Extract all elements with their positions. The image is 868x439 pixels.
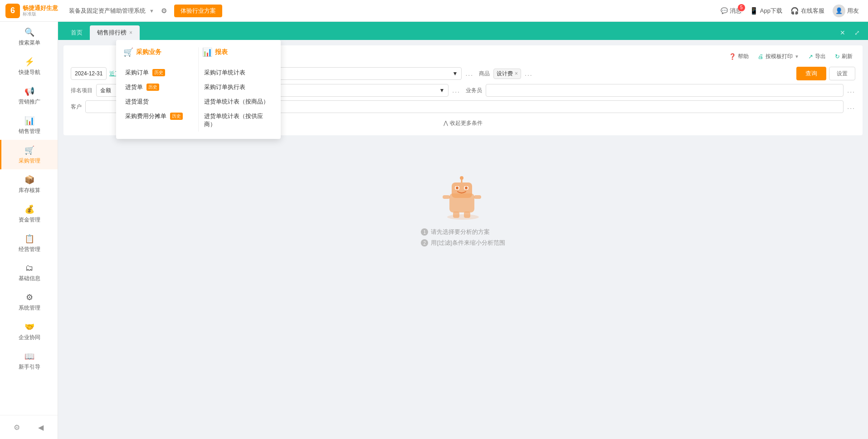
logo-area: 6 畅捷通好生意 标准版 — [5, 4, 63, 18]
sidebar-collapse-btn[interactable]: ◀ — [34, 420, 48, 434]
sidebar-label-quick-nav: 快捷导航 — [19, 69, 40, 76]
sidebar-item-operations[interactable]: 📋 经营管理 — [0, 228, 58, 258]
sidebar-item-collab[interactable]: 🤝 企业协同 — [0, 316, 58, 346]
rank-value: 金额 — [100, 87, 111, 94]
date-range-picker[interactable]: 2024-12-31 — [71, 67, 107, 80]
tab-close-btn[interactable]: ✕ — [837, 27, 848, 38]
menu-item-return[interactable]: 进货退货 — [123, 94, 195, 109]
message-icon: 💬 — [721, 7, 728, 14]
incoming-stats-supplier-label: 进货单统计表（按供应商） — [204, 112, 272, 128]
print-dropdown-icon[interactable]: ▼ — [795, 54, 799, 59]
system-dropdown-arrow[interactable]: ▼ — [149, 8, 154, 14]
header-middle: 装备及固定资产辅助管理系统 ▼ ⚙ 体验行业方案 — [63, 5, 721, 17]
menu-item-incoming-stats-supplier[interactable]: 进货单统计表（按供应商） — [202, 109, 273, 132]
svg-rect-2 — [452, 183, 472, 198]
goods-tag: 设计费 × — [493, 69, 521, 79]
sidebar-item-sales[interactable]: 📊 销售管理 — [0, 110, 58, 140]
tab-close-icon[interactable]: × — [129, 30, 132, 36]
sidebar-item-finance[interactable]: 💰 资金管理 — [0, 199, 58, 228]
svg-point-6 — [465, 187, 468, 189]
online-service-btn[interactable]: 🎧 在线客服 — [790, 7, 824, 15]
report-section-title: 📊 报表 — [202, 47, 273, 60]
sidebar-bottom: ⚙ ◀ — [0, 415, 58, 439]
top-header: 6 畅捷通好生意 标准版 装备及固定资产辅助管理系统 ▼ ⚙ 体验行业方案 💬 … — [0, 0, 868, 22]
tab-home[interactable]: 首页 — [63, 25, 90, 40]
customer-dots[interactable]: ... — [847, 103, 855, 110]
svg-rect-12 — [464, 212, 470, 218]
print-label: 按模板打印 — [766, 53, 793, 60]
help-btn[interactable]: ❓ 帮助 — [726, 51, 751, 62]
tab-expand-btn[interactable]: ⤢ — [852, 27, 863, 38]
order-stats-label: 采购订单统计表 — [204, 69, 245, 77]
set-btn[interactable]: 设置 — [829, 67, 855, 80]
goods-dots[interactable]: ... — [525, 70, 533, 77]
menu-item-incoming[interactable]: 进货单 历史 — [123, 80, 195, 94]
sidebar-item-purchase[interactable]: 🛒 采购管理 — [0, 140, 58, 169]
industry-btn[interactable]: 体验行业方案 — [174, 5, 222, 17]
finance-icon: 💰 — [24, 204, 34, 214]
goods-group: 商品 设计费 × ... — [479, 69, 791, 79]
query-btn[interactable]: 查询 — [796, 67, 826, 80]
rank-dots[interactable]: ... — [452, 87, 460, 94]
sidebar-item-search[interactable]: 🔍 搜索菜单 — [0, 22, 58, 51]
sidebar-item-quick-nav[interactable]: ⚡ 快捷导航 — [0, 51, 58, 81]
sidebar-settings-btn[interactable]: ⚙ — [10, 420, 24, 434]
incoming-label: 进货单 — [125, 83, 143, 91]
page-content: ❓ 帮助 🖨 按模板打印 ▼ ↗ 导出 ↻ 刷新 — [58, 40, 868, 439]
menu-item-order-stats[interactable]: 采购订单统计表 — [202, 65, 273, 80]
settings-icon[interactable]: ⚙ — [158, 5, 171, 17]
marketing-icon: 📢 — [24, 86, 34, 96]
report-section-label: 报表 — [215, 48, 228, 56]
sidebar-item-guide[interactable]: 📖 新手引导 — [0, 346, 58, 375]
app-download-btn[interactable]: 📱 App下载 — [750, 7, 782, 15]
tab-bar-actions: ✕ ⤢ — [837, 27, 863, 40]
tab-sales-rank[interactable]: 销售排行榜 × — [90, 25, 140, 40]
refresh-btn[interactable]: ↻ 刷新 — [832, 51, 855, 62]
sidebar-item-basic[interactable]: 🗂 基础信息 — [0, 258, 58, 287]
basic-icon: 🗂 — [25, 263, 34, 273]
salesperson-dots[interactable]: ... — [847, 87, 855, 94]
sidebar-label-search: 搜索菜单 — [19, 39, 40, 47]
sidebar-item-marketing[interactable]: 📢 营销推广 — [0, 81, 58, 110]
sidebar-label-guide: 新手引导 — [19, 363, 40, 371]
refresh-label: 刷新 — [842, 53, 853, 60]
sidebar-item-system[interactable]: ⚙ 系统管理 — [0, 287, 58, 316]
sidebar-label-sales: 销售管理 — [19, 128, 40, 135]
sidebar-label-system: 系统管理 — [19, 304, 40, 312]
goods-tag-close[interactable]: × — [515, 70, 518, 77]
salesperson-group: 业务员 ... — [466, 84, 855, 97]
logo-text-area: 畅捷通好生意 标准版 — [23, 5, 58, 17]
status-dots[interactable]: ... — [465, 70, 473, 77]
menu-item-purchase-order[interactable]: 采购订单 历史 — [123, 65, 195, 80]
export-btn[interactable]: ↗ 导出 — [805, 51, 829, 62]
export-label: 导出 — [815, 53, 826, 60]
sidebar-item-inventory[interactable]: 📦 库存核算 — [0, 169, 58, 199]
report-section-icon: 📊 — [202, 47, 212, 57]
menu-item-order-exec[interactable]: 采购订单执行表 — [202, 80, 273, 94]
print-btn[interactable]: 🖨 按模板打印 ▼ — [755, 51, 802, 62]
empty-illustration — [436, 175, 490, 221]
menu-item-incoming-stats-goods[interactable]: 进货单统计表（按商品） — [202, 94, 273, 109]
search-nav-icon: 🔍 — [24, 27, 34, 37]
sidebar-label-inventory: 库存核算 — [19, 187, 40, 194]
incoming-stats-goods-label: 进货单统计表（按商品） — [204, 98, 269, 106]
tip-dot-1: 1 — [421, 228, 428, 236]
purchase-icon: 🛒 — [24, 145, 34, 155]
collab-icon: 🤝 — [24, 322, 34, 332]
sidebar-label-finance: 资金管理 — [19, 216, 40, 224]
order-exec-label: 采购订单执行表 — [204, 83, 245, 91]
status-dropdown-icon: ▼ — [452, 70, 458, 77]
user-area[interactable]: 👤 用友 — [833, 5, 859, 17]
tip-dot-2: 2 — [421, 239, 428, 247]
purchase-order-label: 采购订单 — [125, 69, 149, 77]
tab-home-label: 首页 — [71, 29, 83, 37]
date-range-end: 2024-12-31 — [75, 70, 102, 77]
expense-history: 历史 — [170, 113, 183, 120]
export-icon: ↗ — [808, 53, 813, 60]
phone-icon: 📱 — [750, 7, 758, 15]
purchase-section-title: 🛒 采购业务 — [123, 47, 195, 60]
menu-item-expense[interactable]: 采购费用分摊单 历史 — [123, 109, 195, 123]
message-btn[interactable]: 💬 5 消息 — [721, 7, 741, 15]
salesperson-select[interactable] — [486, 84, 844, 97]
customer-label: 客户 — [71, 103, 82, 111]
